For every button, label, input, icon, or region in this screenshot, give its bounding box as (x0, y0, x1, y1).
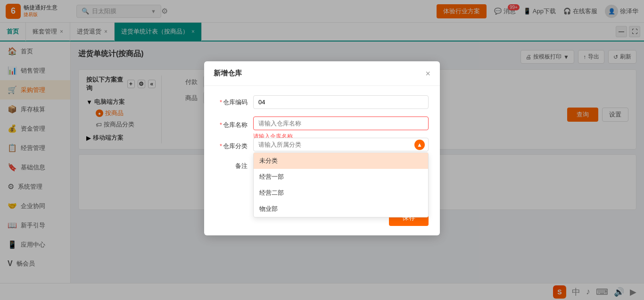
code-label: 仓库编码 (215, 95, 253, 107)
dropdown-item-ops1[interactable]: 经营一部 (254, 169, 428, 185)
modal-close-button[interactable]: × (425, 69, 430, 78)
category-arrow-icon[interactable]: ▲ (414, 140, 425, 150)
dropdown-item-uncategorized[interactable]: 未分类 (254, 153, 428, 169)
notes-label: 备注 (215, 159, 253, 170)
dropdown-item-property[interactable]: 物业部 (254, 201, 428, 217)
form-group-code: 仓库编码 (215, 95, 429, 109)
form-group-category: 仓库分类 ▲ 未分类 经营一部 经营二部 物业部 (215, 138, 429, 151)
name-input[interactable] (253, 117, 429, 130)
dropdown-item-ops2[interactable]: 经营二部 (254, 185, 428, 201)
new-warehouse-modal: 新增仓库 × 仓库编码 仓库名称 请输入仓库名称 仓库分类 (204, 61, 440, 235)
category-dropdown: 未分类 经营一部 经营二部 物业部 (253, 152, 429, 217)
modal-title: 新增仓库 (214, 69, 242, 78)
category-select-wrapper: ▲ 未分类 经营一部 经营二部 物业部 (253, 138, 429, 151)
modal-overlay: 新增仓库 × 仓库编码 仓库名称 请输入仓库名称 仓库分类 (0, 0, 644, 300)
modal-body: 仓库编码 仓库名称 请输入仓库名称 仓库分类 ▲ (204, 86, 440, 204)
form-group-name: 仓库名称 请输入仓库名称 (215, 117, 429, 130)
category-input[interactable] (253, 138, 429, 151)
modal-header: 新增仓库 × (204, 61, 440, 86)
category-label: 仓库分类 (215, 139, 253, 150)
name-label: 仓库名称 (215, 118, 253, 129)
code-input[interactable] (253, 95, 429, 109)
